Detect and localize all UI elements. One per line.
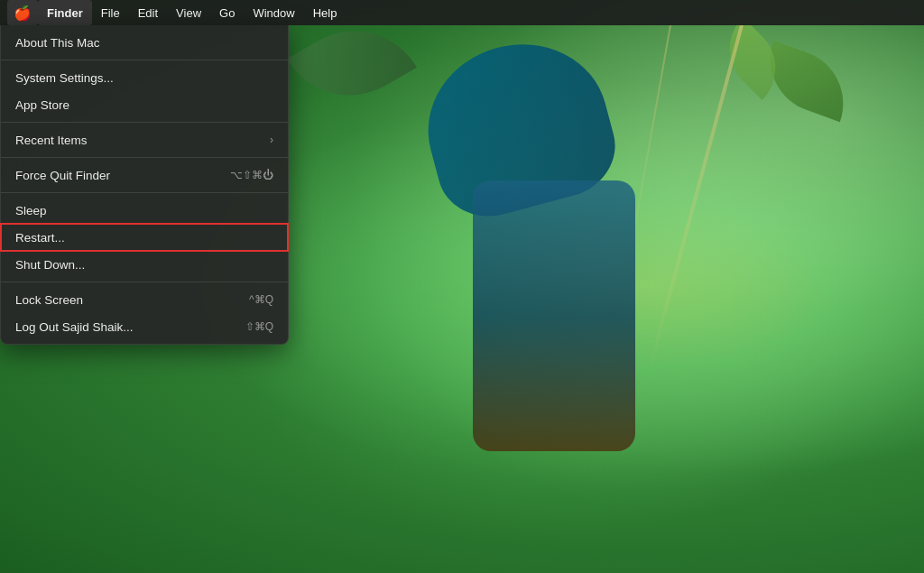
menu-item-about-mac-label: About This Mac (15, 36, 100, 50)
menu-item-lock-screen[interactable]: Lock Screen ^⌘Q (1, 286, 288, 313)
apple-menu-dropdown: About This Mac System Settings... App St… (0, 25, 289, 345)
menu-item-app-store[interactable]: App Store (1, 91, 288, 118)
menu-item-recent-items-label: Recent Items (15, 134, 88, 147)
menu-item-sleep-label: Sleep (15, 204, 47, 217)
menu-item-app-store-label: App Store (15, 98, 69, 112)
logout-shortcut: ⇧⌘Q (245, 320, 273, 333)
apple-icon: 🍎 (14, 5, 32, 22)
menu-separator-4 (1, 192, 288, 193)
menu-item-logout-label: Log Out Sajid Shaik... (15, 320, 134, 334)
menu-item-restart-label: Restart... (15, 231, 65, 245)
menu-item-system-settings[interactable]: System Settings... (1, 64, 288, 91)
menu-separator-5 (1, 282, 288, 282)
menu-item-logout[interactable]: Log Out Sajid Shaik... ⇧⌘Q (1, 313, 288, 340)
lock-screen-shortcut: ^⌘Q (249, 293, 273, 306)
menubar-file-label: File (101, 6, 120, 20)
apple-menu-button[interactable]: 🍎 (7, 0, 38, 25)
menubar-edit[interactable]: Edit (129, 0, 167, 25)
recent-items-arrow-icon: › (270, 134, 273, 146)
menu-item-sleep[interactable]: Sleep (1, 197, 288, 224)
menu-item-about-mac[interactable]: About This Mac (1, 29, 288, 56)
menubar-view[interactable]: View (167, 0, 210, 25)
menubar: 🍎 Finder File Edit View Go Window Help (0, 0, 924, 25)
menubar-file[interactable]: File (92, 0, 129, 25)
menubar-edit-label: Edit (138, 6, 158, 20)
menubar-window-label: Window (253, 6, 294, 20)
char-body (473, 180, 635, 451)
menu-item-restart[interactable]: Restart... (1, 224, 288, 251)
menubar-go-label: Go (219, 6, 235, 20)
menu-separator-2 (1, 122, 288, 123)
menubar-help-label: Help (313, 6, 337, 20)
menu-separator-3 (1, 157, 288, 158)
menubar-view-label: View (176, 6, 201, 20)
menu-item-lock-screen-label: Lock Screen (15, 293, 83, 307)
menubar-go[interactable]: Go (210, 0, 244, 25)
menu-item-force-quit-label: Force Quit Finder (15, 169, 110, 182)
menu-item-recent-items[interactable]: Recent Items › (1, 126, 288, 153)
force-quit-shortcut: ⌥⇧⌘⏻ (230, 169, 273, 181)
menubar-window[interactable]: Window (244, 0, 303, 25)
menu-item-shutdown[interactable]: Shut Down... (1, 251, 288, 278)
menubar-finder[interactable]: Finder (38, 0, 92, 25)
menubar-finder-label: Finder (47, 6, 83, 20)
menubar-help[interactable]: Help (304, 0, 346, 25)
menu-item-system-settings-label: System Settings... (15, 71, 114, 85)
menu-separator-1 (1, 60, 288, 60)
menu-item-force-quit[interactable]: Force Quit Finder ⌥⇧⌘⏻ (1, 162, 288, 189)
menu-item-shutdown-label: Shut Down... (15, 258, 85, 272)
